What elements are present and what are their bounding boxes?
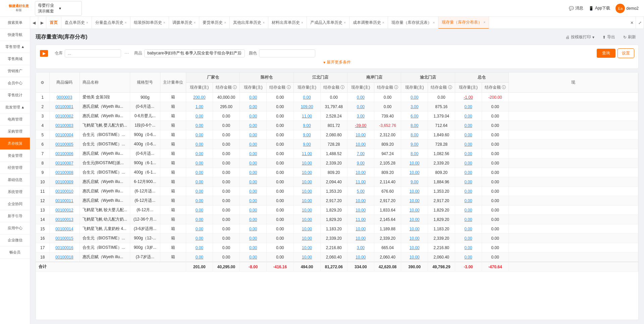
td-cn-qty[interactable]: 0.00 (240, 234, 267, 243)
td-fac-qty[interactable]: 0.00 (186, 149, 213, 158)
warehouse-input[interactable] (65, 49, 121, 57)
td-tot-qty[interactable]: 0.00 (455, 111, 482, 121)
td-code[interactable]: 00100004 (49, 130, 79, 140)
td-cn-qty[interactable]: 0.00 (240, 121, 267, 130)
tab-7[interactable]: 材料出库单历史× (268, 17, 307, 29)
td-yb-qty[interactable]: 3.00 (401, 102, 428, 111)
td-na-qty[interactable]: 3.00 (347, 243, 374, 252)
td-jb-qty[interactable]: 9.00 (293, 121, 320, 130)
th-settings[interactable]: ⚙ (36, 73, 49, 93)
td-na-qty[interactable]: 11.00 (347, 177, 374, 187)
td-yb-qty[interactable]: 10.00 (401, 168, 428, 177)
td-jb-qty[interactable]: 10.00 (293, 187, 320, 196)
td-jb-qty[interactable]: 10.00 (293, 196, 320, 205)
td-na-qty[interactable]: 0.00 (347, 93, 374, 102)
td-cn-qty[interactable]: 0.00 (240, 93, 267, 102)
td-na-qty[interactable]: 10.00 (347, 205, 374, 215)
user-area[interactable]: Ea demo2 (615, 4, 639, 13)
td-cn-qty[interactable]: 0.00 (240, 158, 267, 168)
print-btn[interactable]: 🖨 按模板打印 ▾ (563, 33, 597, 41)
td-yb-qty[interactable]: 0.00 (401, 93, 428, 102)
tab-0[interactable]: 首页 (46, 17, 61, 29)
tab-next-btn[interactable]: ▶ (38, 17, 46, 29)
tab-1[interactable]: 盘点单历史× (61, 17, 92, 29)
tab-prev-btn[interactable]: ◀ (30, 17, 38, 29)
td-yb-qty[interactable]: 10.00 (401, 234, 428, 243)
td-cn-qty[interactable]: 0.00 (240, 243, 267, 252)
td-fac-qty[interactable]: 200.00 (186, 93, 213, 102)
td-code[interactable]: 00100018 (49, 252, 79, 262)
td-yb-qty[interactable]: 6.00 (401, 111, 428, 121)
sidebar-item-零售管理[interactable]: 零售管理 ▲ (0, 41, 30, 53)
td-tot-qty[interactable]: 0.00 (455, 215, 482, 224)
td-fac-qty[interactable]: 0.00 (186, 243, 213, 252)
sidebar-item-电商管理[interactable]: 电商管理 (0, 113, 30, 126)
sidebar-item-畅会员[interactable]: 畅会员 (0, 246, 30, 259)
td-jb-qty[interactable]: 9.00 (293, 130, 320, 140)
td-code[interactable]: 00100001 (49, 102, 79, 111)
td-code[interactable]: 00100008 (49, 168, 79, 177)
sidebar-item-采购管理[interactable]: 采购管理 (0, 126, 30, 138)
td-jb-qty[interactable]: 10.00 (293, 205, 320, 215)
td-na-qty[interactable]: 10.00 (347, 130, 374, 140)
td-na-qty[interactable]: 10.00 (347, 168, 374, 177)
td-jb-qty[interactable]: 10.00 (293, 168, 320, 177)
td-fac-qty[interactable]: 0.00 (186, 121, 213, 130)
tab-close-btn-1[interactable]: × (86, 21, 88, 25)
td-yb-qty[interactable]: 8.00 (401, 149, 428, 158)
tab-fullscreen-btn[interactable]: ⤢ (636, 17, 644, 29)
sidebar-item-资金管理[interactable]: 资金管理 (0, 150, 30, 162)
sidebar-item-系统管理[interactable]: 系统管理 (0, 186, 30, 198)
sidebar-item-零售统计[interactable]: 零售统计 (0, 89, 30, 101)
td-fac-qty[interactable]: 0.00 (186, 187, 213, 196)
td-fac-qty[interactable]: 0.00 (186, 111, 213, 121)
td-jb-qty[interactable]: 11.00 (293, 111, 320, 121)
td-na-qty[interactable]: 5.00 (347, 187, 374, 196)
td-tot-qty[interactable]: 0.00 (455, 140, 482, 149)
td-fac-qty[interactable]: 0.00 (186, 252, 213, 262)
td-jb-qty[interactable]: 0.00 (293, 93, 320, 102)
td-na-qty[interactable]: 7.00 (347, 149, 374, 158)
td-na-qty[interactable]: -39.00 (347, 121, 374, 130)
td-tot-qty[interactable]: 0.00 (455, 121, 482, 130)
tab-close-btn-10[interactable]: × (433, 21, 435, 25)
message-btn[interactable]: 💬 消息 (569, 5, 583, 11)
td-cn-qty[interactable]: 0.00 (240, 149, 267, 158)
sidebar-item-库存核算[interactable]: 库存核算 (0, 138, 30, 150)
filter-toggle-btn[interactable]: ▶ (40, 50, 48, 57)
td-yb-qty[interactable]: 10.00 (401, 215, 428, 224)
sidebar-item-应用中心[interactable]: 应用中心 (0, 222, 30, 234)
td-na-qty[interactable]: 0.00 (347, 102, 374, 111)
tab-8[interactable]: 产成品入库单历史× (307, 17, 350, 29)
td-yb-qty[interactable]: 10.00 (401, 205, 428, 215)
td-yb-qty[interactable]: 10.00 (401, 158, 428, 168)
td-tot-qty[interactable]: 0.00 (455, 243, 482, 252)
td-fac-qty[interactable]: 0.00 (186, 177, 213, 187)
industry-select[interactable]: 母婴行业演示账套 ▾ (35, 1, 82, 16)
td-tot-qty[interactable]: 0.00 (455, 158, 482, 168)
td-code[interactable]: 00100007 (49, 158, 79, 168)
td-tot-qty[interactable]: 0.00 (455, 102, 482, 111)
td-jb-qty[interactable]: 10.00 (293, 177, 320, 187)
tab-close-btn-9[interactable]: × (382, 21, 384, 25)
td-yb-qty[interactable]: 10.00 (401, 243, 428, 252)
td-fac-qty[interactable]: 0.00 (186, 234, 213, 243)
td-tot-qty[interactable]: 0.00 (455, 196, 482, 205)
sidebar-item-快捷导航[interactable]: 快捷导航 (0, 29, 30, 41)
sidebar-item-基础信息[interactable]: 基础信息 (0, 174, 30, 186)
td-fac-qty[interactable]: 0.00 (186, 215, 213, 224)
sidebar-item-经营管理[interactable]: 经营管理 (0, 162, 30, 174)
search-btn[interactable]: 查询 (597, 49, 615, 58)
td-fac-qty[interactable]: 1.00 (186, 102, 213, 111)
td-jb-qty[interactable]: 10.00 (293, 252, 320, 262)
setting-btn[interactable]: 设置 (618, 48, 634, 58)
td-cn-qty[interactable]: 0.00 (240, 140, 267, 149)
td-tot-qty[interactable]: 0.00 (455, 252, 482, 262)
td-tot-qty[interactable]: 0.00 (455, 187, 482, 196)
td-jb-qty[interactable]: 10.00 (293, 234, 320, 243)
td-yb-qty[interactable]: 9.00 (401, 140, 428, 149)
tab-5[interactable]: 要货单历史× (199, 17, 230, 29)
td-yb-qty[interactable]: 9.00 (401, 177, 428, 187)
td-code[interactable]: 00100006 (49, 149, 79, 158)
color-input[interactable] (259, 49, 315, 57)
